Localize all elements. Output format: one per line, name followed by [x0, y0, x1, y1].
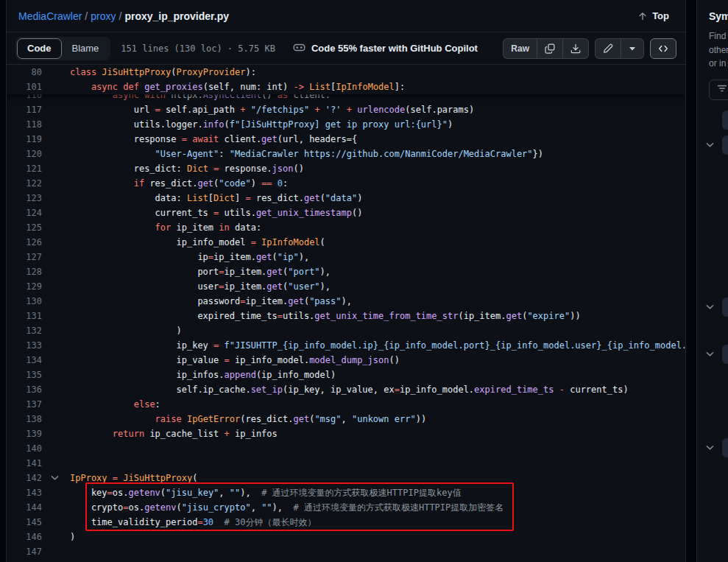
line-number[interactable]: 143 — [7, 485, 42, 500]
line-number[interactable]: 133 — [7, 338, 42, 353]
symbol-item[interactable] — [697, 136, 728, 155]
tab-code[interactable]: Code — [17, 38, 62, 59]
line-number[interactable]: 139 — [7, 426, 42, 441]
fold-spacer — [42, 309, 67, 323]
line-number[interactable]: 134 — [7, 353, 42, 368]
back-to-top-label: Top — [652, 10, 669, 21]
code-text: ip=ip_item.get("ip"), — [67, 250, 309, 264]
code-line: 136 self.ip_cache.set_ip(ip_key, ip_valu… — [7, 382, 685, 397]
line-number[interactable]: 121 — [7, 161, 42, 176]
line-number[interactable]: 146 — [7, 530, 42, 544]
fold-chevron-icon[interactable] — [42, 471, 67, 485]
code-viewer: 80class JiSuHttpProxy(ProxyProvider):101… — [7, 65, 685, 562]
symbol-pill[interactable] — [722, 110, 728, 130]
line-number[interactable]: 142 — [7, 471, 42, 485]
breadcrumb: MediaCrawler/proxy/proxy_ip_provider.py — [18, 10, 229, 22]
chevron-down-icon[interactable] — [697, 445, 722, 451]
line-number[interactable]: 129 — [7, 279, 42, 294]
fold-spacer — [42, 323, 67, 338]
code-text: for ip_item in data: — [67, 220, 261, 235]
tab-blame[interactable]: Blame — [62, 38, 110, 59]
code-line: 147 — [7, 544, 685, 559]
symbol-item[interactable] — [697, 298, 728, 317]
line-number[interactable]: 125 — [7, 220, 42, 235]
line-number[interactable]: 144 — [7, 500, 42, 515]
code-text: async def get_proxies(self, num: int) ->… — [67, 80, 405, 94]
fold-spacer — [42, 397, 67, 412]
code-text: key=os.getenv("jisu_key", ""), # 通过环境变量的… — [67, 485, 462, 500]
line-number[interactable]: 131 — [7, 309, 42, 323]
breadcrumb-separator: / — [116, 10, 124, 22]
fold-spacer — [42, 530, 67, 544]
fold-spacer — [42, 191, 67, 206]
line-number[interactable]: 118 — [7, 117, 42, 132]
code-line: 129 user=ip_item.get("user"), — [7, 279, 685, 294]
symbol-pill[interactable] — [722, 298, 728, 317]
line-number[interactable]: 123 — [7, 191, 42, 206]
line-number[interactable]: 132 — [7, 323, 42, 338]
code-line: 132 ) — [7, 323, 685, 338]
line-number[interactable]: 135 — [7, 368, 42, 382]
line-number[interactable]: 119 — [7, 132, 42, 147]
raw-button[interactable]: Raw — [503, 38, 537, 59]
code-line: 143 key=os.getenv("jisu_key", ""), # 通过环… — [7, 485, 685, 500]
line-number[interactable]: 141 — [7, 456, 42, 471]
line-number[interactable]: 80 — [7, 65, 42, 80]
fold-spacer — [42, 500, 67, 515]
code-line: 140 — [7, 441, 685, 456]
copilot-banner: Code 55% faster with GitHub Copilot — [293, 41, 478, 56]
code-line: 138 raise IpGetError(res_dict.get("msg",… — [7, 412, 685, 426]
chevron-down-icon[interactable] — [697, 351, 722, 357]
symbol-pill[interactable] — [722, 345, 728, 364]
symbol-item[interactable] — [697, 110, 728, 130]
symbols-filter-input[interactable] — [709, 80, 728, 100]
fold-spacer — [42, 456, 67, 471]
line-number[interactable]: 117 — [7, 102, 42, 117]
line-number[interactable]: 124 — [7, 206, 42, 220]
code-line: 120 "User-Agent": "MediaCrawler https://… — [7, 147, 685, 161]
chevron-down-icon[interactable] — [697, 142, 722, 148]
copy-button[interactable] — [537, 38, 563, 59]
line-number[interactable]: 126 — [7, 235, 42, 250]
symbol-pill[interactable] — [722, 136, 728, 155]
fold-spacer — [42, 117, 67, 132]
github-file-view: { "breadcrumb": { "repo": "MediaCrawler"… — [0, 0, 728, 562]
breadcrumb-folder-link[interactable]: proxy — [91, 10, 116, 22]
symbol-pill[interactable] — [722, 438, 728, 457]
line-number[interactable]: 130 — [7, 294, 42, 309]
line-number[interactable]: 127 — [7, 250, 42, 264]
code-line: 127 ip=ip_item.get("ip"), — [7, 250, 685, 264]
code-text: else: — [67, 397, 160, 412]
code-line: 126 ip_info_model = IpInfoModel( — [7, 235, 685, 250]
file-info-text: 151 lines (130 loc) · 5.75 KB — [121, 43, 275, 54]
fold-spacer — [42, 382, 67, 397]
back-to-top-button[interactable]: Top — [633, 7, 674, 24]
breadcrumb-separator: / — [82, 10, 91, 22]
code-line: 124 current_ts = utils.get_unix_timestam… — [7, 206, 685, 220]
symbol-item[interactable] — [697, 345, 728, 364]
line-number[interactable]: 120 — [7, 147, 42, 161]
fold-spacer — [42, 80, 67, 94]
fold-spacer — [42, 102, 67, 117]
code-text — [67, 544, 70, 559]
line-number[interactable]: 140 — [7, 441, 42, 456]
line-number[interactable]: 122 — [7, 176, 42, 191]
breadcrumb-bar: MediaCrawler/proxy/proxy_ip_provider.py … — [7, 0, 685, 32]
line-number[interactable]: 136 — [7, 382, 42, 397]
line-number[interactable]: 137 — [7, 397, 42, 412]
download-button[interactable] — [563, 38, 589, 59]
line-number[interactable]: 128 — [7, 264, 42, 279]
chevron-down-icon[interactable] — [697, 304, 722, 310]
line-number[interactable]: 138 — [7, 412, 42, 426]
code-text: data: List[Dict] = res_dict.get("data") — [67, 191, 362, 206]
line-number[interactable]: 101 — [7, 80, 42, 94]
line-number[interactable]: 147 — [7, 544, 42, 559]
code-line: 134 ip_value = ip_info_model.model_dump_… — [7, 353, 685, 368]
code-text: url = self.api_path + "/fetchips" + '?' … — [67, 102, 474, 117]
line-number[interactable]: 145 — [7, 515, 42, 530]
edit-button[interactable] — [595, 38, 621, 59]
symbols-panel-toggle[interactable] — [650, 38, 676, 59]
edit-dropdown-button[interactable] — [621, 38, 644, 59]
symbol-item[interactable] — [697, 438, 728, 457]
breadcrumb-repo-link[interactable]: MediaCrawler — [18, 10, 82, 22]
